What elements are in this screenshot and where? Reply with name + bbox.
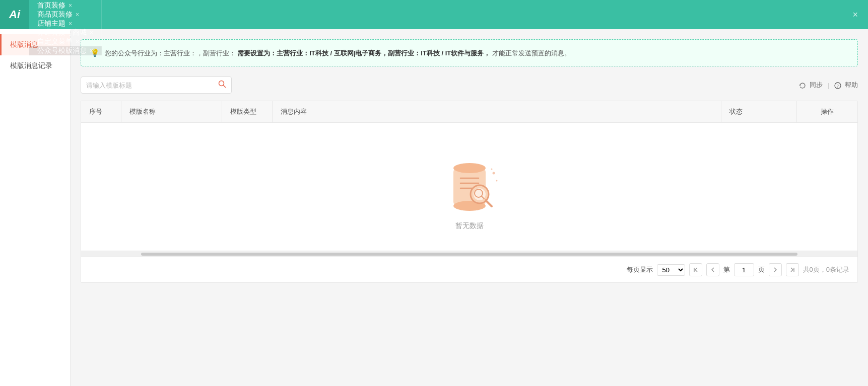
close-all-tabs-button[interactable]: × [842, 10, 868, 20]
last-page-icon [789, 267, 795, 273]
per-page-label: 每页显示 [627, 265, 653, 274]
help-icon: ? [834, 82, 841, 89]
next-page-button[interactable] [769, 263, 782, 276]
next-page-icon [772, 267, 778, 273]
notice-highlight: 需要设置为：主营行业：IT科技 / 互联网|电子商务，副营行业：IT科技 / I… [237, 49, 490, 57]
pagination: 每页显示 50 10 20 100 [81, 257, 857, 282]
col-header-name: 模版名称 [121, 101, 222, 122]
toolbar-right: 同步 | ? 帮助 [799, 81, 858, 90]
app-logo: Ai [0, 0, 29, 29]
nav-tab-close-template-msg[interactable]: × [90, 47, 93, 54]
empty-illustration [439, 153, 500, 213]
scrollbar-thumb[interactable] [141, 253, 797, 256]
page-label: 第 [723, 265, 730, 274]
svg-point-16 [492, 172, 495, 175]
col-header-type: 模版类型 [222, 101, 273, 122]
table-header: 序号 模版名称 模版类型 消息内容 状态 操作 [81, 101, 857, 123]
nav-tab-product-decoration[interactable]: 商品页装修× [29, 10, 102, 19]
search-input-wrap [81, 76, 232, 94]
nav-tab-close-custom-menu[interactable]: × [76, 38, 79, 45]
notice-suffix: 才能正常发送预置的消息。 [492, 49, 571, 57]
page-unit: 页 [758, 265, 765, 274]
svg-line-1 [224, 86, 226, 88]
toolbar-divider: | [828, 82, 829, 89]
svg-point-6 [453, 163, 486, 173]
nav-tab-label-product-decoration: 商品页装修 [37, 10, 73, 19]
nav-tab-home-decoration[interactable]: 首页装修× [29, 1, 102, 10]
nav-tab-label-custom-menu: 自定义菜单 [37, 37, 73, 46]
sync-button[interactable]: 同步 [799, 81, 823, 90]
nav-tab-close-shop-theme[interactable]: × [69, 20, 72, 27]
search-bar: 同步 | ? 帮助 [81, 76, 858, 94]
sync-icon [799, 82, 806, 89]
empty-state: 暂无数据 [81, 123, 857, 251]
first-page-button[interactable] [689, 263, 702, 276]
nav-tabs: 首页微商城店铺设置×商品分类设置×首页装修×商品页装修×店铺主题×开通公众号商城… [29, 0, 102, 55]
search-button[interactable] [218, 80, 226, 90]
nav-tab-label-home-decoration: 首页装修 [37, 1, 65, 10]
last-page-button[interactable] [786, 263, 799, 276]
prev-page-button[interactable] [706, 263, 719, 276]
data-table: 序号 模版名称 模版类型 消息内容 状态 操作 [81, 101, 858, 283]
col-header-content: 消息内容 [273, 101, 721, 122]
notice-box: 💡 您的公众号行业为：主营行业：，副营行业： 需要设置为：主营行业：IT科技 /… [81, 39, 858, 66]
col-header-no: 序号 [81, 101, 121, 122]
svg-point-18 [491, 169, 492, 170]
svg-line-13 [486, 200, 492, 206]
search-icon [218, 80, 226, 88]
content-area: 💡 您的公众号行业为：主营行业：，副营行业： 需要设置为：主营行业：IT科技 /… [71, 29, 868, 386]
nav-tab-close-home-decoration[interactable]: × [69, 2, 72, 9]
page-summary: 共0页，0条记录 [803, 265, 849, 274]
page-input[interactable] [734, 263, 754, 276]
col-header-status: 状态 [721, 101, 797, 122]
nav-tab-label-template-msg: 公众号模版消息 [37, 46, 87, 55]
horizontal-scrollbar[interactable] [81, 251, 857, 257]
nav-tab-close-product-decoration[interactable]: × [76, 11, 79, 18]
prev-page-icon [710, 267, 716, 273]
sidebar-item-template-record[interactable]: 模版消息记录 [0, 55, 70, 76]
nav-tab-close-open-mall[interactable]: × [90, 29, 93, 36]
per-page-select[interactable]: 50 10 20 100 [657, 264, 685, 276]
nav-tab-custom-menu[interactable]: 自定义菜单× [29, 37, 102, 46]
svg-point-17 [496, 180, 497, 182]
top-navigation: Ai 首页微商城店铺设置×商品分类设置×首页装修×商品页装修×店铺主题×开通公众… [0, 0, 868, 29]
nav-tab-label-open-mall: 开通公众号商城 [37, 28, 87, 37]
search-input[interactable] [86, 82, 218, 89]
col-header-action: 操作 [797, 101, 857, 122]
sidebar: 模版消息模版消息记录 [0, 29, 71, 386]
first-page-icon [693, 267, 699, 273]
nav-tab-label-shop-theme: 店铺主题 [37, 19, 65, 28]
nav-tab-open-mall[interactable]: 开通公众号商城× [29, 28, 102, 37]
notice-prefix: 您的公众号行业为：主营行业：，副营行业： [105, 49, 236, 57]
svg-text:?: ? [837, 84, 839, 89]
main-layout: 模版消息模版消息记录 💡 您的公众号行业为：主营行业：，副营行业： 需要设置为：… [0, 29, 868, 386]
nav-tab-shop-theme[interactable]: 店铺主题× [29, 19, 102, 28]
help-button[interactable]: ? 帮助 [834, 81, 858, 90]
nav-tab-template-msg[interactable]: 公众号模版消息× [29, 46, 102, 55]
empty-text: 暂无数据 [455, 221, 484, 230]
